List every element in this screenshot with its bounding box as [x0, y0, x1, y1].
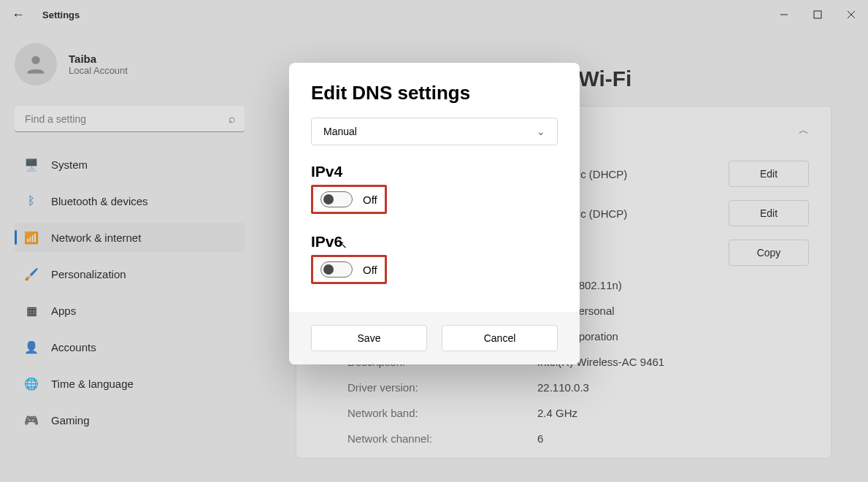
ipv6-toggle-highlight: Off [311, 255, 387, 284]
ipv6-state: Off [363, 264, 377, 276]
ipv4-state: Off [363, 194, 377, 206]
ipv4-toggle-highlight: Off [311, 185, 387, 214]
dropdown-value: Manual [323, 126, 357, 137]
dns-dialog: Edit DNS settings Manual ⌄ IPv4 Off IPv6… [289, 63, 580, 364]
save-button[interactable]: Save [311, 325, 427, 351]
ipv4-toggle[interactable] [320, 191, 353, 207]
dialog-title: Edit DNS settings [311, 82, 558, 104]
cancel-button[interactable]: Cancel [442, 325, 558, 351]
dns-mode-dropdown[interactable]: Manual ⌄ [311, 118, 558, 145]
ipv4-label: IPv4 [311, 163, 558, 180]
ipv6-toggle[interactable] [320, 261, 353, 278]
chevron-down-icon: ⌄ [537, 126, 545, 137]
ipv6-label: IPv6 [311, 233, 558, 250]
